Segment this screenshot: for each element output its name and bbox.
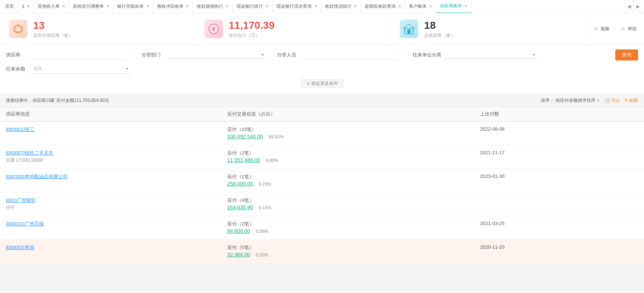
filter-row-2: 往来余额 选择... ▼ bbox=[6, 64, 638, 74]
nav-tab-bank-deposit[interactable]: 银行存取款单 ✕ bbox=[113, 0, 153, 13]
result-actions: 排序： 按应付余额倒序排序 ▼ ⬜ 导出 ↻ 刷新 bbox=[541, 97, 638, 104]
transaction-amount[interactable]: 100,092,540.00 bbox=[227, 134, 263, 139]
last-pay-date: 2022-08-08 bbox=[480, 126, 505, 132]
supplier-input[interactable] bbox=[31, 51, 126, 59]
help-link[interactable]: 帮助 bbox=[628, 26, 637, 32]
balance-placeholder: 选择... bbox=[33, 66, 46, 72]
supplier-cell: [000001]张三 bbox=[6, 126, 227, 133]
lastpay-cell: 2023-01-30 bbox=[480, 173, 638, 179]
refresh-icon: ↻ bbox=[624, 98, 628, 103]
collapse-button[interactable]: ∧ 收起更多条件 bbox=[301, 79, 343, 88]
nav-tab-3[interactable]: 3 ✕ bbox=[18, 0, 34, 13]
supplier-link[interactable]: [000007]恒旺二手叉车 bbox=[6, 150, 227, 156]
supplier-link[interactable]: [001]广州荣轩 bbox=[6, 197, 227, 204]
transaction-pct: 0.08% bbox=[256, 229, 269, 234]
filter-balance: 往来余额 选择... ▼ bbox=[6, 64, 131, 74]
last-pay-date: 2021-03-25 bbox=[480, 221, 505, 226]
balance-label: 往来余额 bbox=[6, 66, 28, 72]
department-label: 分管部门 bbox=[141, 52, 164, 58]
transaction-amount[interactable]: 164,635.90 bbox=[227, 204, 253, 210]
nav-tab-customer-account[interactable]: 客户账本 ✕ bbox=[405, 0, 436, 13]
supplier-cell: [000002]李四 bbox=[6, 244, 227, 251]
close-icon[interactable]: ✕ bbox=[265, 4, 269, 9]
close-icon[interactable]: ✕ bbox=[314, 4, 317, 9]
supplier-link[interactable]: [000002]李四 bbox=[6, 244, 227, 251]
close-icon[interactable]: ✕ bbox=[398, 4, 401, 9]
summary-card-payable-total: ¥ 11,170.39 应付合计（万） bbox=[196, 13, 391, 45]
summary-bar: 13 总应付供应商（家） ¥ 11,170.39 应付合计（万） bbox=[0, 13, 644, 45]
close-icon[interactable]: ✕ bbox=[62, 4, 65, 9]
person-input[interactable] bbox=[302, 51, 397, 59]
filter-department: 分管部门 ▼ bbox=[141, 51, 267, 59]
nav-tab-home[interactable]: 首页 bbox=[1, 0, 18, 13]
close-icon[interactable]: ✕ bbox=[464, 4, 468, 8]
transaction-cell: 应付（2笔） 11,051,486.00 9.89% bbox=[227, 150, 480, 163]
supplier-cell: [000007]恒旺二手叉车 王通 17106110000 bbox=[6, 150, 227, 163]
transaction-pct: 0.23% bbox=[259, 182, 271, 187]
nav-tab-cash-bank-flow[interactable]: 现金银行流水查询 ✕ bbox=[273, 0, 321, 13]
category-select[interactable]: ▼ bbox=[444, 51, 538, 59]
transaction-amount[interactable]: 32,366.00 bbox=[227, 252, 250, 258]
nav-tab-overdue-query[interactable]: 超期应收款查询 ✕ bbox=[361, 0, 405, 13]
table-row: [000001]张三 应付（15笔） 100,092,540.00 89.61%… bbox=[0, 122, 644, 145]
top-right-links: ⊙ 视频 ｜ ⊙ 帮助 bbox=[587, 13, 644, 45]
total-suppliers-count: 18 bbox=[424, 19, 455, 32]
col-header-transaction: 应付交易信息（占比） bbox=[227, 111, 480, 117]
refresh-button[interactable]: ↻ 刷新 bbox=[624, 97, 638, 104]
close-icon[interactable]: ✕ bbox=[429, 4, 432, 9]
close-icon[interactable]: ✕ bbox=[186, 4, 189, 9]
video-link[interactable]: 视频 bbox=[601, 26, 609, 32]
supplier-link[interactable]: [000001]张三 bbox=[6, 126, 227, 133]
query-button[interactable]: 查询 bbox=[615, 49, 638, 61]
close-icon[interactable]: ✕ bbox=[146, 4, 149, 9]
filter-category: 往来单位分类 ▼ bbox=[413, 51, 538, 59]
supplier-link[interactable]: [000012]广州贝瑞 bbox=[6, 221, 227, 227]
department-select[interactable]: ▼ bbox=[167, 51, 267, 59]
transaction-amount[interactable]: 258,000.00 bbox=[227, 181, 253, 187]
chevron-down-icon: ▼ bbox=[261, 53, 265, 57]
col-header-supplier: 供应商信息 bbox=[6, 111, 227, 117]
close-icon[interactable]: ✕ bbox=[354, 4, 357, 9]
person-label: 分管人员 bbox=[277, 52, 299, 58]
table-row: [000007]恒旺二手叉车 王通 17106110000 应付（2笔） 11,… bbox=[0, 145, 644, 169]
nav-tab-supplier-account[interactable]: 供应商账本 ✕ bbox=[436, 0, 472, 13]
nav-tab-adjustment[interactable]: 应收应付调整单 ✕ bbox=[69, 0, 113, 13]
table-row: [000012]广州贝瑞 应付（2笔） 94,600.00 0.08% 2021… bbox=[0, 216, 644, 240]
summary-card-payable-suppliers: 13 总应付供应商（家） bbox=[0, 13, 196, 45]
data-table: 供应商信息 应付交易信息（占比） 上次付数 [000001]张三 应付（15笔）… bbox=[0, 107, 644, 263]
lastpay-cell: 2022-08-08 bbox=[480, 126, 638, 132]
close-icon[interactable]: ✕ bbox=[27, 4, 30, 9]
export-button[interactable]: ⬜ 导出 bbox=[605, 97, 620, 104]
transaction-cell: 应付（5笔） 32,366.00 0.03% bbox=[227, 244, 480, 258]
supplier-dots[interactable]: ··· bbox=[127, 52, 131, 58]
supplier-cell: [000100]本特勤油品有限公司 bbox=[6, 173, 227, 180]
collapse-bar: ∧ 收起更多条件 bbox=[6, 77, 638, 90]
transaction-label: 应付（1笔） bbox=[227, 173, 480, 180]
supplier-sub: 仔仔 bbox=[6, 204, 227, 211]
table-row: [001]广州荣轩 仔仔 应付（4笔） 164,635.90 0.15% bbox=[0, 193, 644, 216]
nav-tab-cash-bank-stats[interactable]: 现金银行统计 ✕ bbox=[233, 0, 273, 13]
nav-next-arrow[interactable]: ▶ bbox=[634, 0, 643, 13]
nav-prev-arrow[interactable]: ◀ bbox=[625, 0, 634, 13]
filter-area: 供应商 ··· 分管部门 ▼ 分管人员 ··· 往来单位分类 ▼ 查询 bbox=[0, 45, 644, 94]
nav-tab-prepaid[interactable]: 预收冲应收单 ✕ bbox=[153, 0, 193, 13]
transaction-amount[interactable]: 94,600.00 bbox=[227, 228, 250, 234]
last-pay-date: 2021-11-17 bbox=[480, 150, 505, 155]
summary-card-total-suppliers: 18 总供应商（家） bbox=[391, 13, 587, 45]
transaction-pct: 89.61% bbox=[269, 134, 284, 139]
supplier-link[interactable]: [000100]本特勤油品有限公司 bbox=[6, 173, 227, 180]
nav-tab-receipt-stats[interactable]: 收款情况统计 ✕ bbox=[321, 0, 361, 13]
close-icon[interactable]: ✕ bbox=[225, 4, 229, 9]
sort-value[interactable]: 按应付余额倒序排序 bbox=[556, 98, 595, 103]
nav-tab-collection[interactable]: 收款核销执行 ✕ bbox=[193, 0, 233, 13]
chevron-down-icon2: ▼ bbox=[532, 53, 536, 57]
filter-supplier: 供应商 ··· bbox=[6, 51, 131, 59]
svg-rect-6 bbox=[407, 30, 410, 34]
transaction-amount[interactable]: 11,051,486.00 bbox=[227, 157, 260, 163]
person-dots[interactable]: ··· bbox=[399, 52, 402, 58]
nav-tab-other-income[interactable]: 其他收入单 ✕ bbox=[34, 0, 69, 13]
svg-rect-8 bbox=[411, 30, 413, 31]
balance-select[interactable]: 选择... ▼ bbox=[31, 64, 131, 74]
close-icon[interactable]: ✕ bbox=[106, 4, 109, 9]
supplier-sub: 王通 17106110000 bbox=[6, 157, 227, 163]
